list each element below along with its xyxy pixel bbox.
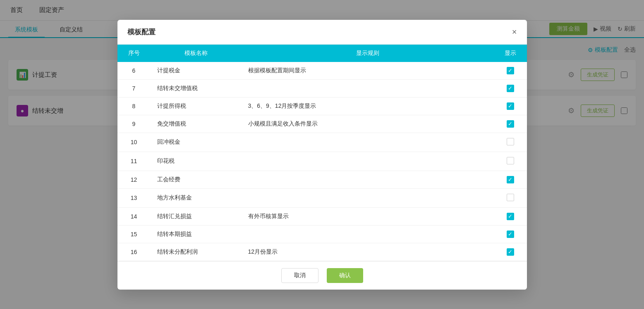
col-header-no: 序号 bbox=[117, 45, 151, 62]
cell-name: 计提所得税 bbox=[151, 97, 242, 115]
checkbox-row-0[interactable]: ✓ bbox=[507, 67, 514, 74]
table-row: 6计提税金根据模板配置期间显示✓ bbox=[117, 62, 527, 80]
checkbox-row-9[interactable]: ✓ bbox=[507, 231, 514, 238]
cell-rule bbox=[242, 225, 494, 243]
table-row: 8计提所得税3、6、9、12月按季度显示✓ bbox=[117, 97, 527, 115]
table-header: 序号 模板名称 显示规则 显示 bbox=[117, 45, 527, 62]
checkbox-row-1[interactable]: ✓ bbox=[507, 85, 514, 92]
table-row: 9免交增值税小规模且满足收入条件显示✓ bbox=[117, 115, 527, 133]
cell-no: 15 bbox=[117, 225, 151, 243]
cell-checkbox[interactable] bbox=[494, 152, 527, 171]
cell-name: 免交增值税 bbox=[151, 115, 242, 133]
cancel-button[interactable]: 取消 bbox=[281, 268, 318, 283]
cell-name: 印花税 bbox=[151, 152, 242, 171]
cell-name: 回冲税金 bbox=[151, 133, 242, 152]
cell-checkbox[interactable] bbox=[494, 188, 527, 207]
cell-rule: 小规模且满足收入条件显示 bbox=[242, 115, 494, 133]
table-row: 10回冲税金 bbox=[117, 133, 527, 152]
cell-no: 8 bbox=[117, 97, 151, 115]
cell-name: 工会经费 bbox=[151, 171, 242, 188]
cell-name: 结转汇兑损益 bbox=[151, 207, 242, 225]
cell-no: 7 bbox=[117, 79, 151, 97]
modal-close-button[interactable]: × bbox=[512, 28, 517, 36]
checkbox-row-8[interactable]: ✓ bbox=[507, 213, 514, 220]
checkbox-row-4[interactable] bbox=[507, 138, 514, 145]
cell-no: 12 bbox=[117, 171, 151, 188]
checkbox-row-7[interactable] bbox=[507, 194, 514, 201]
cell-checkbox[interactable]: ✓ bbox=[494, 115, 527, 133]
cell-rule: 3、6、9、12月按季度显示 bbox=[242, 97, 494, 115]
checkbox-row-3[interactable]: ✓ bbox=[507, 120, 514, 128]
cell-rule bbox=[242, 171, 494, 188]
cell-checkbox[interactable]: ✓ bbox=[494, 97, 527, 115]
table-row: 11印花税 bbox=[117, 152, 527, 171]
confirm-button[interactable]: 确认 bbox=[327, 268, 363, 283]
table-row: 14结转汇兑损益有外币核算显示✓ bbox=[117, 207, 527, 225]
cell-rule: 12月份显示 bbox=[242, 243, 494, 261]
cell-rule: 根据模板配置期间显示 bbox=[242, 62, 494, 80]
cell-checkbox[interactable]: ✓ bbox=[494, 243, 527, 261]
template-table: 序号 模板名称 显示规则 显示 6计提税金根据模板配置期间显示✓7结转未交增值税… bbox=[117, 45, 527, 261]
modal-overlay: 模板配置 × 序号 模板名称 显示规则 显示 6计提税金根据模板配置期间显示✓7… bbox=[0, 0, 644, 309]
modal-body: 序号 模板名称 显示规则 显示 6计提税金根据模板配置期间显示✓7结转未交增值税… bbox=[117, 45, 527, 261]
cell-no: 16 bbox=[117, 243, 151, 261]
checkbox-row-5[interactable] bbox=[507, 157, 514, 164]
cell-no: 10 bbox=[117, 133, 151, 152]
cell-name: 地方水利基金 bbox=[151, 188, 242, 207]
cell-name: 结转本期损益 bbox=[151, 225, 242, 243]
cell-no: 9 bbox=[117, 115, 151, 133]
cell-rule bbox=[242, 133, 494, 152]
cell-checkbox[interactable]: ✓ bbox=[494, 62, 527, 80]
cell-checkbox[interactable]: ✓ bbox=[494, 207, 527, 225]
cell-rule: 有外币核算显示 bbox=[242, 207, 494, 225]
cell-no: 14 bbox=[117, 207, 151, 225]
modal-header: 模板配置 × bbox=[117, 20, 527, 45]
checkbox-row-10[interactable]: ✓ bbox=[507, 248, 514, 256]
table-body: 6计提税金根据模板配置期间显示✓7结转未交增值税✓8计提所得税3、6、9、12月… bbox=[117, 62, 527, 261]
cell-no: 6 bbox=[117, 62, 151, 80]
cell-rule bbox=[242, 79, 494, 97]
cell-checkbox[interactable] bbox=[494, 133, 527, 152]
table-row: 16结转未分配利润12月份显示✓ bbox=[117, 243, 527, 261]
col-header-name: 模板名称 bbox=[151, 45, 242, 62]
cell-no: 13 bbox=[117, 188, 151, 207]
cell-name: 结转未分配利润 bbox=[151, 243, 242, 261]
table-row: 7结转未交增值税✓ bbox=[117, 79, 527, 97]
table-row: 12工会经费✓ bbox=[117, 171, 527, 188]
cell-rule bbox=[242, 188, 494, 207]
cell-name: 结转未交增值税 bbox=[151, 79, 242, 97]
checkbox-row-2[interactable]: ✓ bbox=[507, 102, 514, 110]
cell-checkbox[interactable]: ✓ bbox=[494, 79, 527, 97]
col-header-rule: 显示规则 bbox=[242, 45, 494, 62]
table-row: 13地方水利基金 bbox=[117, 188, 527, 207]
cell-rule bbox=[242, 152, 494, 171]
cell-no: 11 bbox=[117, 152, 151, 171]
cell-checkbox[interactable]: ✓ bbox=[494, 225, 527, 243]
checkbox-row-6[interactable]: ✓ bbox=[507, 176, 514, 183]
cell-checkbox[interactable]: ✓ bbox=[494, 171, 527, 188]
cell-name: 计提税金 bbox=[151, 62, 242, 80]
table-row: 15结转本期损益✓ bbox=[117, 225, 527, 243]
modal-footer: 取消 确认 bbox=[117, 261, 527, 290]
col-header-display: 显示 bbox=[494, 45, 527, 62]
modal-title: 模板配置 bbox=[127, 27, 156, 37]
modal-template-config: 模板配置 × 序号 模板名称 显示规则 显示 6计提税金根据模板配置期间显示✓7… bbox=[117, 20, 527, 290]
